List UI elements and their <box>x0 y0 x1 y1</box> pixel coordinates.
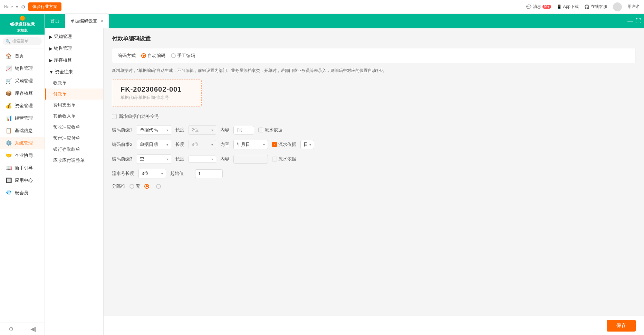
length2-select: 8位 ▾ <box>189 140 216 149</box>
prefix1-label: 编码前缀1 <box>112 127 133 133</box>
enterprise-icon: 🤝 <box>6 152 12 159</box>
length1-chevron: ▾ <box>211 128 213 132</box>
sidebar-item-finance[interactable]: 💰 资金管理 <box>0 100 45 112</box>
sidebar-item-guide[interactable]: 📖 新手引导 <box>0 162 45 174</box>
tab-close-icon[interactable]: × <box>101 19 103 24</box>
sidebar-item-base[interactable]: 📋 基础信息 <box>0 124 45 137</box>
serial-length-select[interactable]: 3位 ▾ <box>138 169 166 178</box>
online-service-group[interactable]: 🎧 在线客服 <box>584 4 607 10</box>
sep-none-option[interactable]: 无 <box>129 183 140 189</box>
sidebar-item-home[interactable]: 🏠 首页 <box>0 50 45 62</box>
auto-encode-radio[interactable] <box>141 53 146 58</box>
sub-item-payment[interactable]: 付款单 <box>45 89 103 100</box>
sidebar-item-purchase[interactable]: 🛒 采购管理 <box>0 75 45 87</box>
sub-item-other-income[interactable]: 其他收入单 <box>45 111 103 122</box>
experience-button[interactable]: 体验行业方案 <box>28 2 61 11</box>
manual-encode-radio[interactable] <box>171 53 176 58</box>
sep-dot-option[interactable]: . <box>156 184 164 189</box>
new-fill-label: 新增单据自动补空号 <box>119 113 159 120</box>
day-select[interactable]: 日 ▾ <box>300 140 314 149</box>
sidebar-item-sales[interactable]: 📈 销售管理 <box>0 62 45 75</box>
start-value-label: 起始值 <box>170 170 191 177</box>
sidebar-search[interactable]: 🔍 搜索菜单 <box>0 35 45 48</box>
sidebar-item-member[interactable]: 💎 畅会员 <box>0 187 45 199</box>
app-download-group[interactable]: 📱 App下载 <box>557 4 579 10</box>
top-bar-right: 💬 消息 99+ 📱 App下载 🎧 在线客服 用户名 <box>526 2 640 11</box>
serial3-checkbox-group: 流水依据 <box>272 156 296 162</box>
length2-chevron: ▾ <box>211 143 213 147</box>
sub-item-adjust[interactable]: 应收应付调整单 <box>45 155 103 166</box>
sidebar-item-label: 应用中心 <box>15 177 33 184</box>
inventory-icon: 📦 <box>6 90 12 96</box>
length3-label: 长度 <box>175 156 184 162</box>
serial2-checkbox[interactable]: ✓ <box>272 142 277 147</box>
minimize-icon[interactable]: — <box>627 18 633 24</box>
guide-icon: 📖 <box>6 165 12 171</box>
serial3-label: 流水依据 <box>278 156 296 162</box>
maximize-icon[interactable]: ⛶ <box>636 18 641 24</box>
dropdown-icon[interactable]: ▾ <box>16 4 18 9</box>
sep-dash-option[interactable]: - <box>144 184 152 189</box>
auto-encode-option[interactable]: 自动编码 <box>141 53 165 59</box>
serial-length-row: 流水号长度 3位 ▾ 起始值 <box>112 169 636 178</box>
group-inventory-title[interactable]: ▶ 库存核算 <box>45 55 103 66</box>
manual-encode-label: 手工编码 <box>177 53 195 59</box>
sub-item-receipt[interactable]: 收款单 <box>45 77 103 89</box>
serial1-checkbox[interactable] <box>258 128 263 132</box>
start-value-input[interactable] <box>195 169 223 178</box>
tabs-bar: 首页 单据编码设置 × — ⛶ <box>45 14 644 28</box>
serial1-checkbox-group: 流水依据 <box>258 127 282 133</box>
sep-dash-radio[interactable] <box>144 184 149 189</box>
collapse-icon[interactable]: ◀| <box>30 326 36 332</box>
sidebar-item-system[interactable]: ⚙️ 系统管理 <box>0 137 45 149</box>
content2-value: 年月日 <box>237 141 250 148</box>
sep-none-radio[interactable] <box>129 184 134 189</box>
content1-label: 内容 <box>220 127 229 133</box>
content2-select[interactable]: 年月日 ▾ <box>233 140 268 149</box>
sub-item-advance-receipt[interactable]: 预收冲应收单 <box>45 122 103 133</box>
sidebar-item-enterprise[interactable]: 🤝 企业协同 <box>0 149 45 162</box>
group-finance-title[interactable]: ▼ 资金往来 <box>45 66 103 77</box>
serial1-label: 流水依据 <box>265 127 282 133</box>
message-icon-group[interactable]: 💬 消息 99+ <box>526 4 551 10</box>
settings-bottom-icon[interactable]: ⚙ <box>9 326 13 332</box>
sidebar-item-label: 库存核算 <box>15 90 33 96</box>
prefix3-select[interactable]: 空 ▾ <box>137 154 171 164</box>
sidebar-item-inventory[interactable]: 📦 库存核算 <box>0 87 45 100</box>
length2-value: 8位 <box>192 141 199 148</box>
sidebar-nav: 🏠 首页 📈 销售管理 🛒 采购管理 📦 库存核算 💰 资金管理 📊 经 <box>0 48 45 323</box>
username: 用户名 <box>627 4 640 10</box>
group-sales-title[interactable]: ▶ 销售管理 <box>45 43 103 54</box>
logo-text: 畅捷通好生意 <box>10 21 35 27</box>
length3-select[interactable]: ▾ <box>189 156 216 163</box>
chevron-right-icon: ▶ <box>49 46 52 51</box>
group-purchase: ▶ 采购管理 <box>45 31 103 42</box>
settings-icon[interactable]: ⚙ <box>21 4 26 10</box>
serial3-checkbox[interactable] <box>272 157 277 161</box>
sub-item-expense[interactable]: 费用支出单 <box>45 100 103 111</box>
manual-encode-option[interactable]: 手工编码 <box>171 53 195 59</box>
sidebar-item-operations[interactable]: 📊 经营管理 <box>0 112 45 124</box>
tabs-right: — ⛶ <box>627 18 644 24</box>
right-panel: 付款单编码设置 编码方式 自动编码 手工编码 <box>104 28 644 335</box>
headset-icon: 🎧 <box>584 4 589 9</box>
content1-input[interactable] <box>233 126 254 134</box>
sub-item-advance-payment[interactable]: 预付冲应付单 <box>45 133 103 144</box>
prefix1-select[interactable]: 单据代码 ▾ <box>137 125 171 135</box>
search-inner[interactable]: 🔍 搜索菜单 <box>3 37 42 45</box>
sep-dot-radio[interactable] <box>156 184 161 189</box>
group-purchase-title[interactable]: ▶ 采购管理 <box>45 31 103 42</box>
length2-label: 长度 <box>175 141 184 148</box>
main-layout: 🟠 畅捷通好生意 旗舰版 🔍 搜索菜单 🏠 首页 📈 销售管理 🛒 采购管理 <box>0 14 644 335</box>
tab-encode-settings[interactable]: 单据编码设置 × <box>65 14 109 28</box>
sidebar-item-apps[interactable]: 🔲 应用中心 <box>0 174 45 187</box>
group-finance: ▼ 资金往来 收款单 付款单 费用支出单 其他收入单 <box>45 66 103 166</box>
new-fill-checkbox[interactable] <box>112 114 117 119</box>
top-bar-left: Nare ▾ ⚙ 体验行业方案 <box>4 2 523 11</box>
sub-item-bank[interactable]: 银行存取款单 <box>45 144 103 155</box>
prefix2-select[interactable]: 单据日期 ▾ <box>137 140 171 149</box>
sub-sidebar: ▶ 采购管理 ▶ 销售管理 ▶ 库存核算 <box>45 28 104 335</box>
tab-home[interactable]: 首页 <box>45 14 65 28</box>
radio-group: 自动编码 手工编码 <box>141 53 195 59</box>
save-button[interactable]: 保存 <box>607 320 636 332</box>
